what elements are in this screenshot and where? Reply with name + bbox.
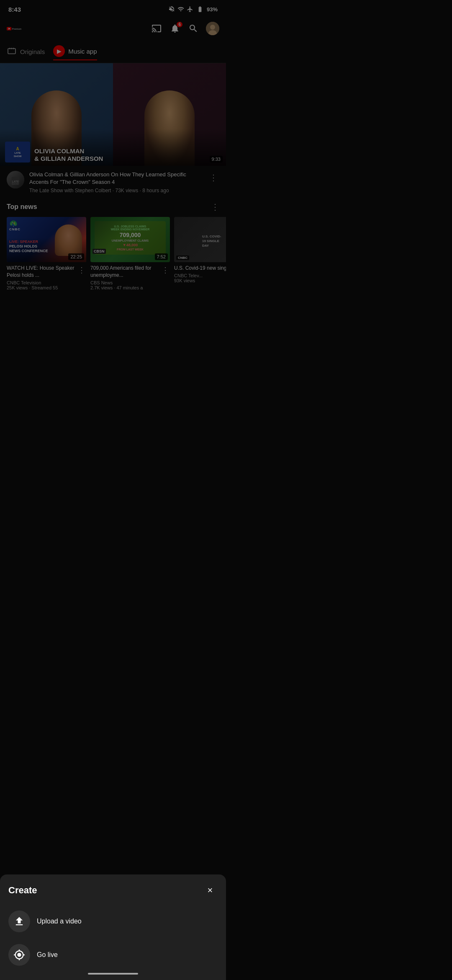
overlay-backdrop[interactable] <box>0 0 226 490</box>
